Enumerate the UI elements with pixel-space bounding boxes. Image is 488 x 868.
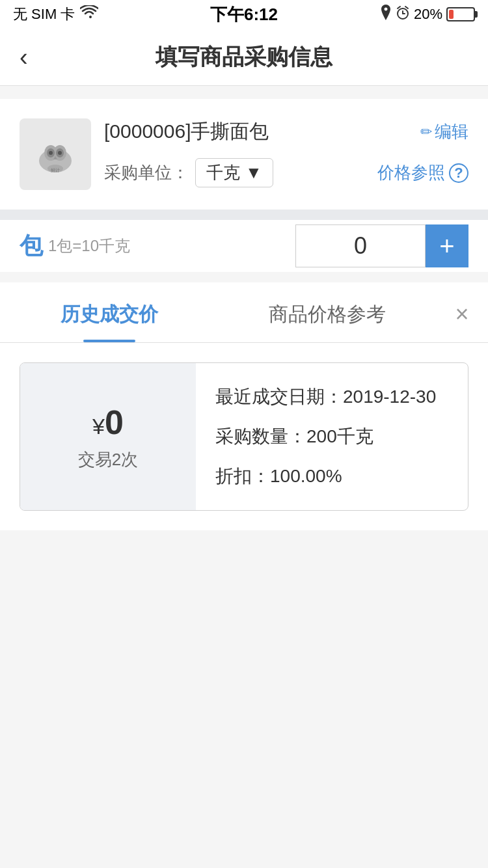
price-left: ¥0 交易2次 <box>20 363 196 510</box>
product-logo: 鲜计 <box>33 135 78 174</box>
alarm-icon <box>396 5 410 23</box>
battery-icon <box>446 7 475 21</box>
unit-conversion: 1包=10千克 <box>48 236 130 256</box>
tab-reference[interactable]: 商品价格参考 <box>218 283 436 342</box>
svg-text:鲜计: 鲜计 <box>51 168 60 172</box>
unit-value: 千克 <box>206 161 240 184</box>
discount-label: 折扣： <box>215 466 270 486</box>
unit-badge: 包 <box>20 230 43 262</box>
product-name-row: [0000006]手撕面包 ✏ 编辑 <box>104 118 468 145</box>
currency-symbol: ¥ <box>92 414 105 439</box>
tabs-header: 历史成交价 商品价格参考 × <box>0 282 488 343</box>
back-button[interactable]: ‹ <box>20 45 28 70</box>
purchase-unit-row: 采购单位： 千克 ▼ 价格参照 ? <box>104 158 468 187</box>
status-bar: 无 SIM 卡 下午6:12 20% <box>0 0 488 29</box>
price-quantity-row: 采购数量：200千克 <box>215 422 448 452</box>
date-label: 最近成交日期： <box>215 387 343 407</box>
price-ref-label: 价格参照 <box>377 161 445 184</box>
product-section: 鲜计 [0000006]手撕面包 ✏ 编辑 采购单位： 千克 ▼ <box>0 99 488 210</box>
price-trades: 交易2次 <box>78 448 138 471</box>
svg-point-8 <box>49 151 53 155</box>
svg-point-9 <box>58 151 62 155</box>
quantity-value: 200千克 <box>306 426 373 446</box>
status-right: 20% <box>380 5 475 24</box>
location-icon <box>380 5 392 24</box>
tab-reference-label: 商品价格参考 <box>269 303 386 325</box>
purchase-unit-left: 采购单位： 千克 ▼ <box>104 158 273 187</box>
battery-percent: 20% <box>414 6 442 23</box>
quantity-label: 采购数量： <box>215 426 306 446</box>
price-card-container: ¥0 交易2次 最近成交日期：2019-12-30 采购数量：200千克 折扣：… <box>0 343 488 530</box>
nav-bar: ‹ 填写商品采购信息 <box>0 29 488 86</box>
edit-label: 编辑 <box>435 120 468 143</box>
product-name: [0000006]手撕面包 <box>104 118 269 145</box>
quantity-input[interactable] <box>295 224 426 267</box>
help-icon: ? <box>449 163 468 183</box>
price-amount: ¥0 <box>92 403 124 442</box>
dropdown-icon: ▼ <box>245 163 262 183</box>
carrier-text: 无 SIM 卡 <box>13 5 75 24</box>
product-header: 鲜计 [0000006]手撕面包 ✏ 编辑 采购单位： 千克 ▼ <box>20 118 468 190</box>
main-content <box>0 530 488 868</box>
battery-fill <box>449 10 454 19</box>
tab-close-button[interactable]: × <box>436 282 488 342</box>
tab-history-label: 历史成交价 <box>61 303 158 325</box>
price-discount-row: 折扣：100.00% <box>215 462 448 491</box>
quantity-row: 包 1包=10千克 + <box>0 220 488 272</box>
quantity-plus-button[interactable]: + <box>426 224 468 267</box>
date-value: 2019-12-30 <box>343 387 436 407</box>
status-time: 下午6:12 <box>210 3 278 26</box>
edit-button[interactable]: ✏ 编辑 <box>420 120 468 143</box>
page-title: 填写商品采购信息 <box>156 42 332 72</box>
gray-divider <box>0 210 488 220</box>
tab-history[interactable]: 历史成交价 <box>0 283 218 342</box>
purchase-unit-label: 采购单位： <box>104 161 189 184</box>
price-ref-button[interactable]: 价格参照 ? <box>377 161 468 184</box>
wifi-icon <box>80 5 98 23</box>
edit-icon: ✏ <box>420 124 432 141</box>
product-thumbnail: 鲜计 <box>20 118 91 190</box>
price-card: ¥0 交易2次 最近成交日期：2019-12-30 采购数量：200千克 折扣：… <box>20 362 468 511</box>
status-left: 无 SIM 卡 <box>13 5 98 24</box>
unit-selector[interactable]: 千克 ▼ <box>195 158 273 187</box>
tabs-section: 历史成交价 商品价格参考 × ¥0 交易2次 最近成交日期：2019-12-30… <box>0 282 488 530</box>
quantity-control: + <box>295 224 468 267</box>
price-value: 0 <box>105 403 124 441</box>
price-right: 最近成交日期：2019-12-30 采购数量：200千克 折扣：100.00% <box>196 363 468 510</box>
product-info: [0000006]手撕面包 ✏ 编辑 采购单位： 千克 ▼ 价格参照 <box>104 118 468 187</box>
discount-value: 100.00% <box>270 466 342 486</box>
unit-label: 包 1包=10千克 <box>20 230 130 262</box>
price-date-row: 最近成交日期：2019-12-30 <box>215 383 448 412</box>
